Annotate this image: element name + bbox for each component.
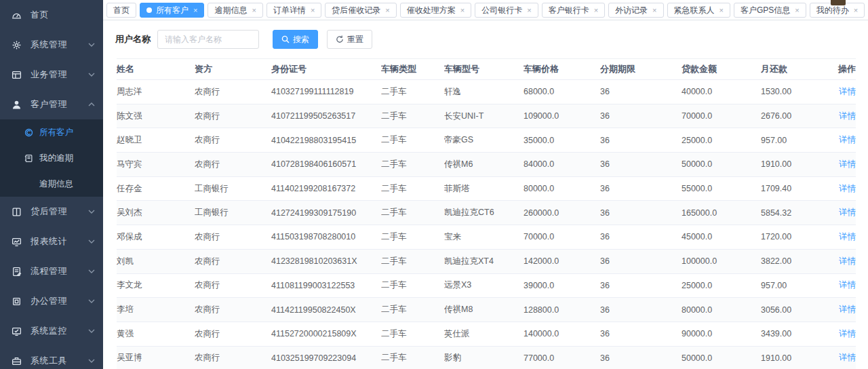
sidebar-item-label: 首页 — [31, 9, 95, 21]
tab-催收处理方案[interactable]: 催收处理方案× — [400, 3, 471, 18]
sidebar-item-系统监控[interactable]: 系统监控 — [0, 316, 103, 346]
cell-资方: 农商行 — [195, 346, 271, 369]
notebook-icon — [24, 154, 33, 163]
tab-label: 外访记录 — [615, 5, 648, 16]
detail-link[interactable]: 详情 — [839, 232, 856, 241]
tab-close-icon[interactable]: × — [795, 7, 799, 14]
cell-车辆类型: 二手车 — [381, 176, 444, 201]
sidebar-item-报表统计[interactable]: 报表统计 — [0, 227, 103, 256]
tab-close-icon[interactable]: × — [193, 7, 197, 14]
tab-label: 所有客户 — [156, 5, 189, 16]
cell-车辆类型: 二手车 — [381, 298, 444, 322]
detail-link[interactable]: 详情 — [839, 159, 856, 169]
tab-逾期信息[interactable]: 逾期信息× — [208, 3, 262, 18]
cell-贷款金额: 45000.0 — [682, 225, 761, 250]
sidebar-subitem-逾期信息[interactable]: 逾期信息 — [0, 171, 103, 197]
search-input[interactable] — [157, 30, 259, 49]
chevron-down-icon — [88, 299, 95, 303]
tab-公司银行卡[interactable]: 公司银行卡× — [475, 3, 538, 18]
column-header-资方: 资方 — [195, 59, 271, 80]
cell-操作: 详情 — [829, 225, 856, 250]
tab-close-icon[interactable]: × — [594, 7, 598, 14]
cell-操作: 详情 — [829, 322, 856, 346]
sidebar-item-系统工具[interactable]: 系统工具 — [0, 346, 103, 369]
reset-button-label: 重置 — [347, 34, 363, 45]
cell-车辆类型: 二手车 — [381, 80, 444, 104]
tab-紧急联系人[interactable]: 紧急联系人× — [667, 3, 730, 18]
detail-link[interactable]: 详情 — [839, 256, 856, 266]
cell-操作: 详情 — [829, 153, 856, 177]
detail-link[interactable]: 详情 — [839, 208, 856, 217]
sidebar-subitem-label: 我的逾期 — [39, 153, 73, 164]
cell-贷款金额: 50000.0 — [682, 153, 761, 177]
cell-身份证号: 41142119950822450X — [271, 298, 381, 322]
tab-外访记录[interactable]: 外访记录× — [608, 3, 663, 18]
detail-link[interactable]: 详情 — [839, 184, 856, 193]
cell-分期期限: 36 — [600, 273, 682, 298]
tab-close-icon[interactable]: × — [854, 7, 858, 14]
cell-身份证号: 411081199003122553 — [271, 273, 381, 298]
cell-车辆类型: 二手车 — [381, 322, 444, 346]
cell-车辆价格: 128800.0 — [524, 298, 600, 322]
cell-车辆价格: 77000.0 — [524, 346, 600, 369]
detail-link[interactable]: 详情 — [839, 135, 856, 144]
cell-车辆型号: 影豹 — [444, 346, 524, 369]
tab-客户银行卡[interactable]: 客户银行卡× — [542, 3, 605, 18]
circle-icon — [24, 128, 33, 137]
sidebar-item-label: 报表统计 — [31, 235, 88, 248]
sidebar-item-流程管理[interactable]: 流程管理 — [0, 256, 103, 286]
cell-姓名: 黄强 — [117, 322, 195, 346]
table-row: 任存金工商银行411402199208167372二手车菲斯塔80000.036… — [117, 176, 856, 201]
sidebar-item-贷后管理[interactable]: 贷后管理 — [0, 197, 103, 227]
tab-所有客户[interactable]: 所有客户× — [140, 3, 204, 18]
tab-close-icon[interactable]: × — [252, 7, 256, 14]
tab-label: 客户银行卡 — [549, 5, 589, 16]
cell-身份证号: 411503198708280010 — [271, 225, 381, 250]
detail-link[interactable]: 详情 — [839, 280, 856, 290]
sidebar-item-首页[interactable]: 首页 — [0, 0, 103, 30]
cell-资方: 农商行 — [195, 298, 271, 322]
tab-label: 紧急联系人 — [674, 5, 715, 16]
reset-button[interactable]: 重置 — [327, 30, 372, 49]
cell-资方: 农商行 — [195, 249, 271, 273]
cell-分期期限: 36 — [600, 80, 682, 104]
sidebar-item-办公管理[interactable]: 办公管理 — [0, 286, 103, 316]
tab-close-icon[interactable]: × — [311, 7, 315, 14]
cell-分期期限: 36 — [600, 225, 682, 250]
tab-订单详情[interactable]: 订单详情× — [267, 3, 321, 18]
detail-link[interactable]: 详情 — [839, 111, 856, 121]
sidebar-item-业务管理[interactable]: 业务管理 — [0, 60, 103, 90]
column-header-车辆型号: 车辆型号 — [444, 59, 524, 80]
tab-客户GPS信息[interactable]: 客户GPS信息× — [734, 3, 806, 18]
customer-table-wrap: 姓名资方身份证号车辆类型车辆型号车辆价格分期期限贷款金额月还款操作 周志洋农商行… — [103, 58, 868, 369]
cell-贷款金额: 50000.0 — [682, 346, 761, 369]
cell-月还款: 3439.00 — [761, 322, 829, 346]
detail-link[interactable]: 详情 — [839, 305, 856, 314]
tab-首页[interactable]: 首页 — [106, 3, 136, 18]
sidebar-subitem-所有客户[interactable]: 所有客户 — [0, 119, 103, 145]
sidebar-item-客户管理[interactable]: 客户管理 — [0, 90, 103, 119]
sidebar-item-label: 流程管理 — [31, 265, 88, 277]
cell-姓名: 李培 — [117, 298, 195, 322]
table-row: 邓保成农商行411503198708280010二手车宝来70000.03645… — [117, 225, 856, 250]
tab-close-icon[interactable]: × — [719, 7, 724, 14]
detail-link[interactable]: 详情 — [839, 87, 856, 96]
tab-贷后催收记录[interactable]: 贷后催收记录× — [325, 3, 396, 18]
cell-车辆价格: 84000.0 — [524, 153, 600, 177]
detail-link[interactable]: 详情 — [839, 329, 856, 338]
tab-close-icon[interactable]: × — [527, 7, 531, 14]
tab-close-icon[interactable]: × — [652, 7, 656, 14]
search-button[interactable]: 搜索 — [273, 30, 318, 49]
cell-分期期限: 36 — [600, 128, 682, 153]
cell-分期期限: 36 — [600, 104, 682, 128]
sidebar-subitem-我的逾期[interactable]: 我的逾期 — [0, 145, 103, 171]
sidebar-subitem-label: 所有客户 — [39, 127, 73, 138]
cell-车辆类型: 二手车 — [381, 128, 444, 153]
tab-close-icon[interactable]: × — [385, 7, 389, 14]
detail-link[interactable]: 详情 — [839, 353, 856, 362]
tab-close-icon[interactable]: × — [460, 7, 465, 14]
cell-身份证号: 410422198803195415 — [271, 128, 381, 153]
cell-车辆价格: 140000.0 — [524, 322, 600, 346]
cell-车辆价格: 142000.0 — [524, 249, 600, 273]
sidebar-item-系统管理[interactable]: 系统管理 — [0, 30, 103, 60]
